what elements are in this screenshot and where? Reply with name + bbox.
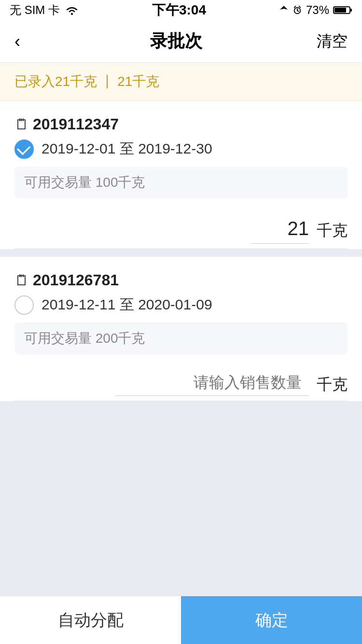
batch1-unit: 千克 [317, 220, 348, 241]
auto-distribute-button[interactable]: 自动分配 [0, 596, 181, 644]
battery-text: 73% [306, 3, 329, 17]
batch2-quantity-input[interactable] [115, 374, 309, 392]
batch1-date-row[interactable]: 2019-12-01 至 2019-12-30 [14, 139, 348, 159]
batch1-quantity[interactable]: 21 [288, 218, 309, 239]
svg-point-0 [71, 13, 73, 15]
svg-rect-5 [334, 8, 346, 13]
location-icon [279, 5, 289, 15]
empty-area [0, 401, 362, 614]
batch2-available: 可用交易量 200千克 [14, 322, 348, 354]
batch1-icon: 🗒 [14, 116, 29, 133]
batch2-icon: 🗒 [14, 272, 29, 289]
bottom-bar: 自动分配 确定 [0, 596, 362, 644]
batch1-id: 2019112347 [33, 115, 119, 133]
batch2-input-container[interactable] [115, 374, 309, 396]
back-button[interactable]: ‹ [14, 31, 43, 52]
status-right: 73% [279, 3, 352, 17]
status-time: 下午3:04 [152, 1, 206, 19]
wifi-icon [65, 5, 79, 15]
battery-icon [333, 5, 352, 15]
page-title: 录批次 [150, 29, 202, 53]
batch2-radio[interactable] [14, 295, 34, 315]
svg-line-3 [297, 11, 299, 12]
summary-label: 已录入21千克 [14, 72, 97, 91]
svg-rect-6 [350, 9, 352, 12]
batch2-unit: 千克 [317, 374, 348, 395]
status-left: 无 SIM 卡 [10, 2, 79, 18]
clear-button[interactable]: 清空 [309, 31, 348, 52]
batch1-quantity-row: 21 千克 [14, 208, 348, 244]
batch2-date-row[interactable]: 2019-12-11 至 2020-01-09 [14, 295, 348, 315]
nav-bar: ‹ 录批次 清空 [0, 20, 362, 63]
batch2-quantity-row: 千克 [14, 364, 348, 396]
summary-value: 21千克 [117, 72, 159, 91]
confirm-button[interactable]: 确定 [181, 596, 362, 644]
alarm-icon [292, 5, 302, 15]
summary-bar: 已录入21千克 21千克 [0, 63, 362, 101]
batch1-available: 可用交易量 100千克 [14, 167, 348, 198]
batch1-radio[interactable] [14, 140, 34, 159]
batch1-quantity-container: 21 [251, 218, 309, 244]
batch1-id-row: 🗒 2019112347 [14, 115, 348, 133]
status-bar: 无 SIM 卡 下午3:04 73% [0, 0, 362, 20]
section-divider [0, 249, 362, 257]
batch2-date: 2019-12-11 至 2020-01-09 [42, 295, 212, 315]
summary-divider [107, 75, 108, 88]
batch2-card: 🗒 2019126781 2019-12-11 至 2020-01-09 可用交… [0, 257, 362, 401]
batch1-date: 2019-12-01 至 2019-12-30 [42, 139, 212, 159]
batch1-card: 🗒 2019112347 2019-12-01 至 2019-12-30 可用交… [0, 101, 362, 249]
batch2-id: 2019126781 [33, 271, 119, 289]
no-sim-text: 无 SIM 卡 [10, 2, 60, 18]
batch2-id-row: 🗒 2019126781 [14, 271, 348, 289]
